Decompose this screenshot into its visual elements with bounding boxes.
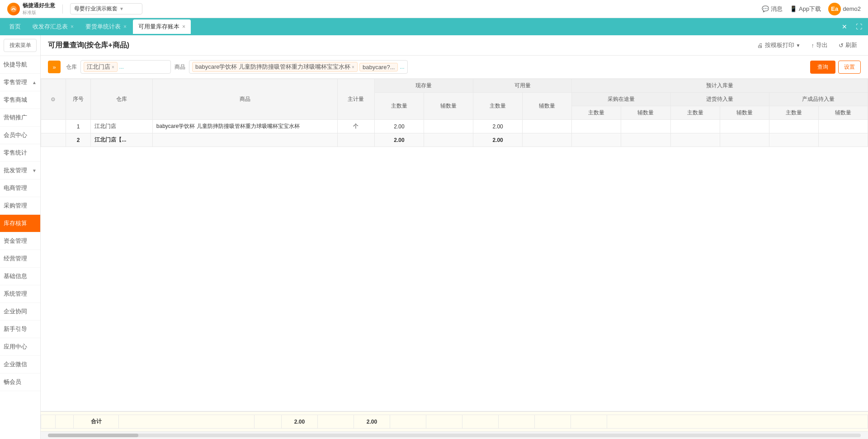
row1-stock-aux <box>424 120 473 133</box>
row2-stock-main: 2.00 <box>374 133 424 147</box>
row1-available-aux <box>523 120 572 133</box>
sidebar-item-sys-mgmt[interactable]: 系统管理 <box>0 285 40 303</box>
sidebar-item-basic-info[interactable]: 基础信息 <box>0 268 40 285</box>
tab-income-label: 收发存汇总表 <box>33 23 68 31</box>
sidebar-item-retail-mgmt[interactable]: 零售管理 ▲ <box>0 74 40 91</box>
refresh-button[interactable]: ↺ 刷新 <box>835 40 861 51</box>
warehouse-filter-input[interactable]: 江北门店 × ... <box>80 60 171 74</box>
search-menu-button[interactable]: 搜索菜单 <box>4 39 37 52</box>
warehouse-tag: 江北门店 × <box>84 62 118 72</box>
stock-aux-header: 辅数量 <box>424 93 473 120</box>
tab-income[interactable]: 收发存汇总表 × <box>27 19 79 34</box>
table-row: 2 江北门店【... 2.00 2.00 <box>41 133 868 147</box>
product-tag-1-close-icon[interactable]: × <box>352 65 354 70</box>
message-button[interactable]: 💬 消息 <box>762 5 783 13</box>
summary-stock-main: 2.00 <box>282 415 318 429</box>
top-bar: 畅捷通好生意 标准版 母婴行业演示账套 ▼ 💬 消息 📱 App下载 Ea de… <box>0 0 868 18</box>
dropdown-arrow-icon: ▼ <box>119 6 124 11</box>
sidebar-item-retail-mall[interactable]: 零售商城 <box>0 91 40 109</box>
tab-available[interactable]: 可用量库存账本 × <box>133 19 191 34</box>
tab-bar-actions: ✕ ⛶ <box>839 21 864 32</box>
row1-production-main <box>769 120 818 133</box>
warehouse-more-button[interactable]: ... <box>119 64 124 70</box>
row1-available-main: 2.00 <box>473 120 523 133</box>
sidebar-item-ecommerce[interactable]: 电商管理 <box>0 179 40 197</box>
sidebar-item-inventory[interactable]: 库存核算 <box>0 215 40 232</box>
filter-panel: » 仓库 江北门店 × ... 商品 babycare学饮杯 儿童防摔防 <box>41 56 868 79</box>
summary-available-main: 2.00 <box>354 415 390 429</box>
divider <box>62 5 63 14</box>
app-download-button[interactable]: 📱 App下载 <box>790 5 821 13</box>
warehouse-tag-close-icon[interactable]: × <box>112 65 114 70</box>
product-more-button[interactable]: ... <box>400 64 404 70</box>
sidebar-item-enterprise-wechat[interactable]: 企业微信 <box>0 356 40 373</box>
export-button[interactable]: ↑ 导出 <box>808 40 832 51</box>
tab-income-close[interactable]: × <box>71 24 74 30</box>
row2-available-aux <box>523 133 572 147</box>
inner-page: 可用量查询(按仓库+商品) 🖨 按模板打印 ▼ ↑ 导出 ↺ 刷新 <box>41 35 868 439</box>
sidebar-item-finance[interactable]: 资金管理 <box>0 232 40 250</box>
unit-col-header: 主计量 <box>338 79 375 120</box>
row2-production-aux <box>818 133 868 147</box>
incoming-aux-header: 辅数量 <box>720 106 769 120</box>
tab-requisition[interactable]: 要货单统计表 × <box>80 19 132 34</box>
table-scroll-area[interactable]: ⚙ 序号 仓库 商品 主计量 现存量 可用量 预计入库量 主数量 辅数量 <box>41 79 868 411</box>
row2-settings <box>41 133 66 147</box>
row2-product <box>152 133 337 147</box>
sidebar-item-app-center[interactable]: 应用中心 <box>0 338 40 356</box>
scrollbar-track <box>48 434 861 437</box>
main-layout: 搜索菜单 快捷导航 零售管理 ▲ 零售商城 营销推广 会员中心 零售统计 批发管… <box>0 35 868 439</box>
forecast-group-header: 预计入库量 <box>572 79 868 93</box>
sidebar-item-new-guide[interactable]: 新手引导 <box>0 321 40 338</box>
refresh-icon: ↺ <box>839 42 844 49</box>
sidebar-item-member[interactable]: 畅会员 <box>0 373 40 391</box>
sidebar-item-retail-stats[interactable]: 零售统计 <box>0 144 40 162</box>
horizontal-scrollbar[interactable] <box>41 432 868 439</box>
sidebar-item-member-center[interactable]: 会员中心 <box>0 127 40 144</box>
print-icon: 🖨 <box>757 42 763 49</box>
production-aux-header: 辅数量 <box>818 106 868 120</box>
top-bar-left: 畅捷通好生意 标准版 母婴行业演示账套 ▼ <box>7 2 142 16</box>
product-filter-input[interactable]: babycare学饮杯 儿童防摔防撞吸管杯重力球吸嘴杯宝宝水杯 × babyca… <box>189 60 408 74</box>
tab-bar: 首页 收发存汇总表 × 要货单统计表 × 可用量库存账本 × ✕ ⛶ <box>0 18 868 35</box>
tab-available-label: 可用量库存账本 <box>138 23 179 31</box>
sidebar-item-enterprise[interactable]: 企业协同 <box>0 303 40 321</box>
expand-button[interactable]: ⛶ <box>854 21 864 32</box>
sidebar-item-quick-nav[interactable]: 快捷导航 <box>0 56 40 74</box>
logo-area: 畅捷通好生意 标准版 <box>7 2 55 16</box>
settings-button[interactable]: 设置 <box>838 61 861 74</box>
incoming-group-header: 进货待入量 <box>670 93 769 106</box>
tab-requisition-close[interactable]: × <box>123 24 127 30</box>
row2-purchase-aux <box>621 133 670 147</box>
phone-icon: 📱 <box>790 5 797 12</box>
user-menu[interactable]: Ea demo2 <box>828 3 861 15</box>
avatar: Ea <box>828 3 841 15</box>
purchase-group-header: 采购在途量 <box>572 93 670 106</box>
row1-unit: 个 <box>338 120 375 133</box>
tab-available-close[interactable]: × <box>182 24 185 30</box>
product-tag-2: babycare?... <box>359 63 398 71</box>
industry-select[interactable]: 母婴行业演示账套 ▼ <box>70 3 142 14</box>
stock-main-header: 主数量 <box>374 93 424 120</box>
settings-col-header[interactable]: ⚙ <box>41 79 66 120</box>
sidebar-item-ops-mgmt[interactable]: 经营管理 <box>0 250 40 268</box>
tab-requisition-label: 要货单统计表 <box>85 23 121 31</box>
tab-home[interactable]: 首页 <box>4 19 26 34</box>
warehouse-col-header: 仓库 <box>91 79 152 120</box>
sidebar-item-marketing[interactable]: 营销推广 <box>0 109 40 127</box>
sidebar-item-wholesale-mgmt[interactable]: 批发管理 ▼ <box>0 162 40 179</box>
row2-seq: 2 <box>66 133 91 147</box>
page-actions: 🖨 按模板打印 ▼ ↑ 导出 ↺ 刷新 <box>754 40 861 51</box>
scrollbar-thumb[interactable] <box>48 434 138 437</box>
sidebar-item-purchase-mgmt[interactable]: 采购管理 <box>0 197 40 215</box>
query-button[interactable]: 查询 <box>810 61 835 74</box>
filter-toggle-button[interactable]: » <box>48 61 61 73</box>
close-all-tabs-button[interactable]: ✕ <box>839 21 850 32</box>
logo-icon <box>7 3 20 15</box>
seq-col-header: 序号 <box>66 79 91 120</box>
print-template-button[interactable]: 🖨 按模板打印 ▼ <box>754 40 804 51</box>
row2-incoming-main <box>670 133 720 147</box>
table-row: 1 江北门店 babycare学饮杯 儿童防摔防撞吸管杯重力球吸嘴杯宝宝水杯 个… <box>41 120 868 133</box>
row2-unit <box>338 133 375 147</box>
row1-settings <box>41 120 66 133</box>
